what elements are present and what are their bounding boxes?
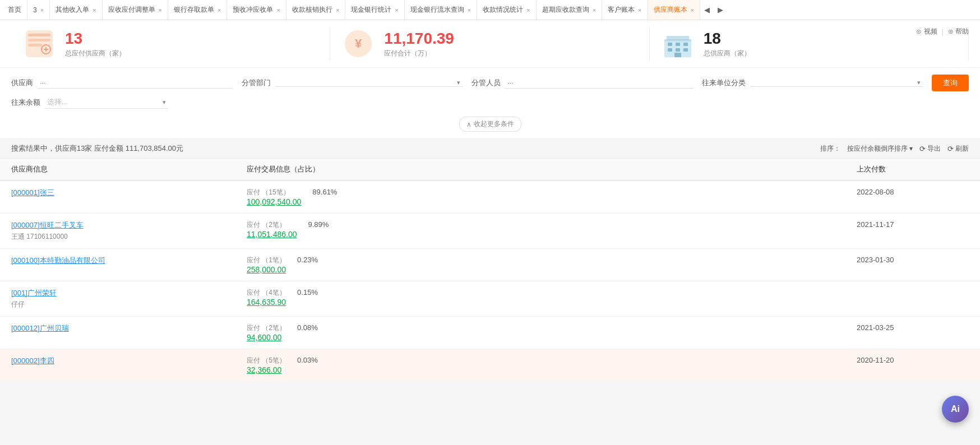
nav-tab-supplier-ledger[interactable]: 供应商账本 × [648, 0, 700, 20]
transaction-percent-2: 9.89% [308, 220, 329, 229]
sort-value[interactable]: 按应付余额倒序排序 ▾ [847, 144, 913, 154]
result-text: 搜索结果中，供应商13家 应付金额 111,703,854.00元 [11, 143, 183, 154]
payable-count-6: （5笔） [262, 356, 286, 364]
supplier-code-3: [000100] [11, 256, 40, 265]
dept-select[interactable]: ▾ [275, 79, 463, 87]
nav-tab-adjustment[interactable]: 应收应付调整单 × [103, 0, 168, 20]
transaction-amount-link-1[interactable]: 100,092,540.00 [247, 197, 301, 206]
table-row: [000001]张三 应付 （15笔） 100,092,540.00 89.61… [0, 181, 980, 214]
nav-tab-other-income-label: 其他收入单 [56, 5, 89, 15]
nav-tab-collection-stat-close[interactable]: × [526, 7, 530, 13]
nav-tab-prepay[interactable]: 预收冲应收单 × [227, 0, 286, 20]
supplier-info-2: [000007]恒旺二手叉车 王通 17106110000 [11, 220, 247, 242]
svg-text:¥: ¥ [355, 36, 362, 50]
nav-tab-3-label: 3 [33, 6, 37, 14]
supplier-input[interactable] [38, 77, 233, 89]
payable-count-4: （4笔） [262, 289, 286, 296]
supplier-table: 供应商信息 应付交易信息（占比） 上次付数 [000001]张三 应付 （15笔… [0, 159, 980, 381]
nav-tab-collection-close[interactable]: × [336, 7, 339, 13]
category-select-text [750, 82, 916, 84]
total-suppliers-label: 总供应商（家） [704, 49, 751, 58]
dept-filter-label: 分管部门 [242, 78, 271, 88]
transaction-percent-6: 0.03% [297, 356, 318, 364]
nav-tab-other-income-close[interactable]: × [93, 7, 96, 13]
nav-tab-customer-ledger[interactable]: 客户账本 × [602, 0, 648, 20]
nav-tab-cash-bank-flow-label: 现金银行流水查询 [410, 5, 464, 15]
nav-tab-bank-deposit[interactable]: 银行存取款单 × [168, 0, 227, 20]
nav-arrow-left[interactable]: ◀ [700, 0, 714, 20]
supplier-name-link-1[interactable]: [000001]张三 [11, 188, 247, 198]
payable-label-6: 应付 [247, 356, 260, 364]
person-filter-label: 分管人员 [471, 78, 501, 88]
refresh-label: 刷新 [955, 144, 969, 154]
video-link[interactable]: ⊙ 视频 [916, 27, 937, 36]
nav-tab-other-income[interactable]: 其他收入单 × [50, 0, 102, 20]
svg-rect-11 [664, 39, 691, 41]
nav-tab-prepay-close[interactable]: × [276, 7, 280, 13]
supplier-code-2: [000007] [11, 221, 40, 229]
nav-arrow-right[interactable]: ▶ [714, 0, 727, 20]
nav-tab-3[interactable]: 3 × [27, 0, 50, 20]
transaction-percent-4: 0.15% [297, 288, 318, 296]
nav-tab-bank-deposit-close[interactable]: × [218, 7, 221, 13]
transaction-percent-5: 0.08% [297, 323, 318, 332]
nav-tab-cash-bank-flow-close[interactable]: × [468, 7, 471, 13]
transaction-info-5: 应付 （2笔） 94,600.00 0.08% [247, 323, 857, 342]
nav-tab-cash-bank-stat-close[interactable]: × [395, 7, 398, 13]
nav-tab-overdue-query[interactable]: 超期应收款查询 × [537, 0, 602, 20]
col-header-last-pay: 上次付数 [857, 164, 969, 174]
nav-tab-collection-stat[interactable]: 收款情况统计 × [477, 0, 536, 20]
transaction-amount-link-5[interactable]: 94,600.00 [247, 333, 286, 342]
supplier-contact-4: 仔仔 [11, 300, 247, 309]
supplier-name-link-3[interactable]: [000100]本特勤油品有限公司 [11, 256, 247, 266]
supplier-payable-icon [22, 27, 56, 61]
svg-rect-17 [683, 48, 688, 52]
payable-suppliers-num: 13 [65, 29, 126, 48]
summary-bar: 13 总应付供应商（家） ¥ 11,170.39 应付合计（万） [0, 20, 980, 68]
help-link[interactable]: ⊙ 帮助 [948, 27, 969, 36]
payable-label-3: 应付 [247, 256, 260, 264]
supplier-name-link-4[interactable]: [001]广州荣轩 [11, 288, 247, 298]
nav-tab-3-close[interactable]: × [40, 7, 44, 13]
supplier-name-link-6[interactable]: [000002]李四 [11, 356, 247, 366]
collapse-label: 收起更多条件 [474, 119, 514, 129]
payable-count-5: （2笔） [262, 324, 286, 332]
transaction-info-3: 应付 （1笔） 258,000.00 0.23% [247, 256, 857, 274]
transaction-amount-link-2[interactable]: 11,051,486.00 [247, 230, 297, 239]
nav-tab-collection[interactable]: 收款核销执行 × [286, 0, 345, 20]
nav-tab-home[interactable]: 首页 [2, 0, 27, 20]
refresh-button[interactable]: ⟳ 刷新 [947, 144, 969, 154]
transaction-info-6: 应付 （5笔） 32,366.00 0.03% [247, 356, 857, 374]
nav-tab-supplier-ledger-close[interactable]: × [691, 7, 694, 13]
filter-supplier: 供应商 [11, 77, 233, 89]
last-pay-date-5: 2021-03-25 [857, 323, 969, 332]
nav-tab-adjustment-close[interactable]: × [159, 7, 162, 13]
nav-tab-cash-bank-flow[interactable]: 现金银行流水查询 × [405, 0, 477, 20]
transaction-amount-link-6[interactable]: 32,366.00 [247, 365, 286, 374]
balance-filter-label: 往来余额 [11, 98, 40, 108]
sort-arrow-icon: ▾ [909, 145, 913, 152]
nav-tab-collection-stat-label: 收款情况统计 [483, 5, 523, 15]
transaction-amount-link-4[interactable]: 164,635.90 [247, 298, 286, 307]
transaction-info-4: 应付 （4笔） 164,635.90 0.15% [247, 288, 857, 307]
collapse-button[interactable]: ∧ 收起更多条件 [459, 117, 521, 132]
total-suppliers-num: 18 [704, 29, 751, 48]
supplier-filter-label: 供应商 [11, 78, 33, 88]
transaction-amount-link-3[interactable]: 258,000.00 [247, 265, 286, 274]
balance-select[interactable]: 选择... ▾ [45, 96, 168, 109]
supplier-name-link-5[interactable]: [000012]广州贝瑞 [11, 323, 247, 333]
nav-tab-customer-ledger-close[interactable]: × [638, 7, 641, 13]
last-pay-date-3: 2023-01-30 [857, 256, 969, 264]
category-select[interactable]: ▾ [750, 79, 923, 87]
supplier-code-1: [000001] [11, 188, 40, 197]
person-input[interactable] [505, 77, 693, 89]
nav-tab-cash-bank-stat[interactable]: 现金银行统计 × [345, 0, 404, 20]
search-button[interactable]: 查询 [932, 75, 969, 91]
last-pay-6: 2020-11-20 [857, 356, 969, 364]
export-button[interactable]: ⟳ 导出 [919, 144, 941, 154]
supplier-name-link-2[interactable]: [000007]恒旺二手叉车 [11, 220, 247, 230]
nav-tab-overdue-query-close[interactable]: × [593, 7, 596, 13]
total-suppliers-icon [661, 27, 695, 61]
supplier-info-3: [000100]本特勤油品有限公司 [11, 256, 247, 266]
filter-dept: 分管部门 ▾ [242, 78, 463, 88]
